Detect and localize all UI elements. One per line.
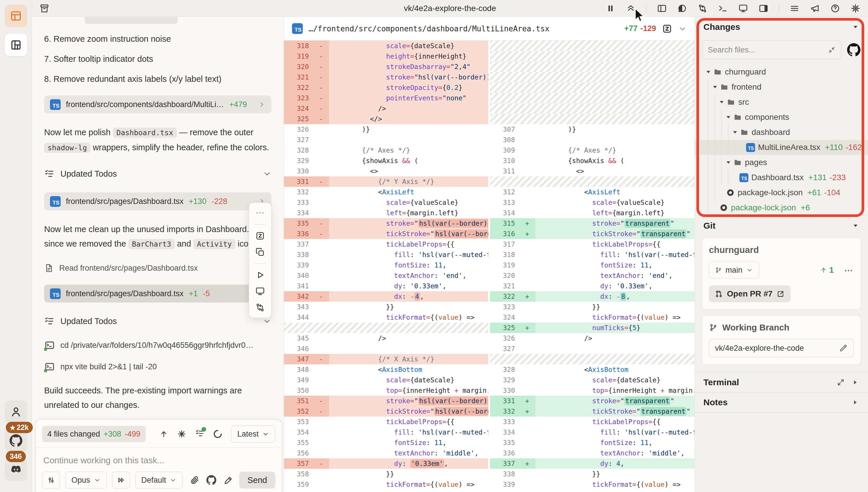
code-text: textAnchor: 'middle', <box>535 448 695 458</box>
panel-left-icon[interactable] <box>657 3 667 13</box>
sign-pen-icon[interactable] <box>223 475 233 485</box>
view-diff-icon[interactable] <box>255 231 265 241</box>
change-marker <box>313 208 329 218</box>
diff-line-add: 315+ stroke="transparent" <box>490 218 695 228</box>
tree-item-dashboard-tsx[interactable]: TSDashboard.tsx+131-233 <box>695 170 868 185</box>
tree-item-package-lock-json[interactable]: package-lock.json+61-104 <box>695 185 868 200</box>
git-more-button[interactable]: ⋯ <box>844 265 854 275</box>
updated-todos-row[interactable]: Updated Todos <box>44 316 272 326</box>
folder-icon <box>720 83 729 91</box>
code-text: dx: -4, <box>329 291 488 302</box>
preview-icon[interactable] <box>255 286 265 296</box>
more-options-icon[interactable] <box>255 208 265 218</box>
git-section-header[interactable]: Git <box>695 216 868 236</box>
github-icon[interactable] <box>847 43 861 56</box>
megaphone-icon[interactable] <box>810 3 820 13</box>
github-icon[interactable] <box>206 475 216 485</box>
additions-count: +110 <box>825 143 843 152</box>
send-button[interactable]: Send <box>239 472 275 489</box>
run-icon[interactable] <box>255 270 265 280</box>
tree-item-multilinearea-tsx[interactable]: TSMultiLineArea.tsx+110-162 <box>695 140 868 155</box>
line-number: 310 <box>490 155 519 166</box>
code-text: }} <box>535 469 695 479</box>
diff-view-icon[interactable] <box>662 24 672 34</box>
mode-dropdown[interactable]: Default <box>135 472 183 489</box>
chevron-down-icon[interactable] <box>678 24 687 33</box>
compare-icon[interactable] <box>255 302 265 313</box>
change-marker <box>519 249 535 260</box>
diff-line-ctx: 319 fontSize: 11, <box>490 260 695 270</box>
file-change-chip[interactable]: TSfrontend/src/components/dashboard/Mult… <box>44 95 272 114</box>
settings-sliders-button[interactable] <box>42 472 60 489</box>
diff-body[interactable]: 318- scale={dateScale}319- height={inner… <box>284 41 695 492</box>
collapse-tree-icon[interactable] <box>828 46 836 54</box>
tree-item-frontend[interactable]: frontend <box>695 79 868 95</box>
copy-icon[interactable] <box>255 247 265 257</box>
file-change-chip[interactable]: TSfrontend/src/pages/Dashboard.tsx+1-5 <box>44 285 272 302</box>
diff-row: 330 <>311 <> <box>284 166 695 176</box>
tree-guide <box>731 140 738 155</box>
tree-guide <box>725 125 731 140</box>
version-dropdown[interactable]: Latest <box>231 425 275 442</box>
expand-icon[interactable] <box>837 378 845 387</box>
terminal-command-row[interactable]: npx vite build 2>&1 | tail -20 <box>44 361 272 372</box>
fast-forward-button[interactable] <box>112 472 130 489</box>
todos-indicator[interactable] <box>195 429 204 439</box>
model-dropdown[interactable]: Opus <box>65 472 107 489</box>
working-branch-field[interactable]: vk/4e2a-explore-the-code <box>709 339 854 358</box>
working-branch-value: vk/4e2a-explore-the-code <box>715 344 804 353</box>
chat-bubble-icon[interactable] <box>677 3 687 13</box>
panel-right-icon[interactable] <box>758 3 769 13</box>
tree-item-components[interactable]: components <box>695 110 868 125</box>
help-icon[interactable] <box>830 3 840 13</box>
file-search-box[interactable] <box>702 41 841 59</box>
open-pr-button[interactable]: Open PR #7 <box>709 286 791 302</box>
archive-icon[interactable] <box>40 3 49 13</box>
line-number: 314 <box>490 208 519 218</box>
scroll-to-top-icon[interactable] <box>159 429 168 439</box>
edit-pencil-icon[interactable] <box>839 344 848 352</box>
spark-icon[interactable] <box>177 429 186 439</box>
line-number: 335 <box>490 438 519 448</box>
github-stars-button[interactable]: ★22k <box>5 429 27 452</box>
terminal-icon[interactable] <box>718 3 728 13</box>
terminal-command-row[interactable]: cd /private/var/folders/10/h7w0q46556ggr… <box>44 340 272 351</box>
monitor-icon[interactable] <box>738 3 748 13</box>
change-marker <box>519 364 535 375</box>
tree-expand-triangle-icon <box>718 98 725 106</box>
line-number: 322 <box>490 291 519 302</box>
board-view-button[interactable] <box>5 34 27 56</box>
menu-icon[interactable] <box>790 3 799 13</box>
attach-icon[interactable] <box>190 475 200 485</box>
collapse-all-icon[interactable] <box>626 3 636 13</box>
discord-button[interactable]: 346 <box>5 458 27 481</box>
file-change-chip[interactable]: TSfrontend/src/pages/Dashboard.tsx+130-2… <box>44 192 272 210</box>
tree-item-pages[interactable]: pages <box>695 155 868 170</box>
notes-section-header[interactable]: Notes <box>695 393 868 412</box>
message-input[interactable] <box>42 448 275 472</box>
branch-dropdown[interactable]: main <box>709 262 759 278</box>
account-button[interactable] <box>5 400 27 423</box>
files-changed-chip[interactable]: 4 files changed +308 -499 <box>42 426 146 442</box>
settings-gear-icon[interactable] <box>850 3 861 13</box>
commits-ahead[interactable]: 1 <box>820 266 834 275</box>
workspace-view-button[interactable] <box>5 5 27 27</box>
tree-item-dashboard[interactable]: dashboard <box>695 125 868 140</box>
tool-call-row[interactable]: Read frontend/src/pages/Dashboard.tsx <box>44 263 272 273</box>
file-name: pages <box>745 158 767 167</box>
changes-section-header[interactable]: Changes <box>695 17 868 37</box>
pause-icon[interactable] <box>606 3 615 13</box>
tree-guide <box>705 79 711 95</box>
line-number: 345 <box>284 333 313 343</box>
git-compare-icon[interactable] <box>698 3 707 13</box>
diff-line-ctx: 343 }} <box>284 302 488 312</box>
change-marker <box>519 479 535 490</box>
tree-item-src[interactable]: src <box>695 95 868 110</box>
file-search-input[interactable] <box>708 46 828 54</box>
terminal-section-header[interactable]: Terminal <box>695 372 868 392</box>
file-name: churnguard <box>725 67 766 77</box>
ts-badge: TS <box>746 143 755 152</box>
tree-item-package-lock-json[interactable]: package-lock.json+6 <box>695 200 868 215</box>
updated-todos-row[interactable]: Updated Todos <box>44 169 272 179</box>
tree-item-churnguard[interactable]: churnguard <box>695 65 868 79</box>
